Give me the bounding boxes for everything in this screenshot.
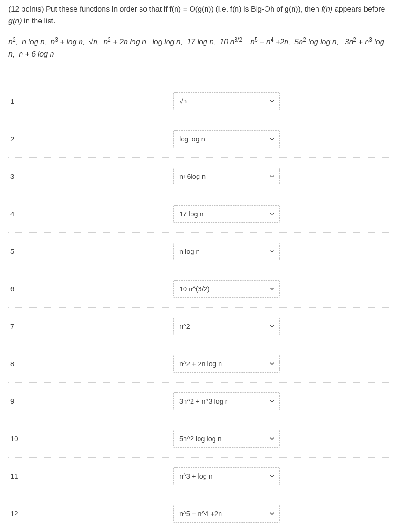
answer-row: 7 n^2 <box>8 307 389 345</box>
answer-row: 10 5n^2 log log n <box>8 420 389 457</box>
chevron-down-icon <box>269 249 275 254</box>
row-number: 11 <box>8 472 173 480</box>
question-prompt: (12 points) Put these functions in order… <box>8 4 389 27</box>
answer-select[interactable]: n^3 + log n <box>173 467 280 485</box>
select-value: 17 log n <box>179 210 204 218</box>
chevron-down-icon <box>269 286 275 292</box>
select-value: log log n <box>179 135 205 143</box>
answer-row: 4 17 log n <box>8 195 389 232</box>
chevron-down-icon <box>269 98 275 104</box>
row-number: 10 <box>8 435 173 443</box>
chevron-down-icon <box>269 399 275 404</box>
question-em1: f(n) <box>321 5 332 13</box>
row-number: 7 <box>8 322 173 330</box>
question-suffix: in the list. <box>22 17 55 25</box>
answer-row: 12 n^5 − n^4 +2n <box>8 495 389 532</box>
answer-row: 1 √n <box>8 82 389 120</box>
answer-row: 9 3n^2 + n^3 log n <box>8 382 389 420</box>
answer-select[interactable]: n^5 − n^4 +2n <box>173 505 280 523</box>
select-value: 5n^2 log log n <box>179 435 221 443</box>
answer-row: 11 n^3 + log n <box>8 457 389 495</box>
chevron-down-icon <box>269 174 275 179</box>
answer-row: 5 n log n <box>8 232 389 270</box>
row-number: 2 <box>8 135 173 143</box>
select-value: n^5 − n^4 +2n <box>179 510 222 517</box>
answer-select[interactable]: n^2 + 2n log n <box>173 355 280 373</box>
select-value: n^2 <box>179 323 190 330</box>
answer-select[interactable]: n log n <box>173 243 280 260</box>
answer-row: 3 n+6log n <box>8 157 389 195</box>
answer-select[interactable]: 5n^2 log log n <box>173 430 280 448</box>
row-number: 8 <box>8 360 173 368</box>
answer-rows: 1 √n 2 log log n 3 n+6log n <box>8 82 389 532</box>
select-value: 3n^2 + n^3 log n <box>179 398 229 405</box>
row-number: 4 <box>8 210 173 218</box>
answer-select[interactable]: n+6log n <box>173 168 280 185</box>
select-value: n^3 + log n <box>179 473 213 480</box>
answer-row: 6 10 n^(3/2) <box>8 270 389 307</box>
question-mid: appears before <box>332 5 385 13</box>
select-value: n log n <box>179 248 200 255</box>
chevron-down-icon <box>269 211 275 217</box>
row-number: 6 <box>8 285 173 293</box>
chevron-down-icon <box>269 324 275 329</box>
functions-list: n2, n log n, n3 + log n, √n, n2 + 2n log… <box>8 36 389 60</box>
row-number: 1 <box>8 97 173 105</box>
chevron-down-icon <box>269 436 275 442</box>
select-value: n+6log n <box>179 173 206 180</box>
row-number: 3 <box>8 172 173 180</box>
question-prefix: (12 points) Put these functions in order… <box>8 5 321 13</box>
answer-select[interactable]: log log n <box>173 130 280 148</box>
select-value: n^2 + 2n log n <box>179 360 222 368</box>
answer-select[interactable]: 17 log n <box>173 205 280 223</box>
answer-select[interactable]: n^2 <box>173 318 280 335</box>
row-number: 9 <box>8 397 173 405</box>
answer-select[interactable]: √n <box>173 92 280 110</box>
question-em2: g(n) <box>8 17 22 25</box>
chevron-down-icon <box>269 361 275 367</box>
select-value: 10 n^(3/2) <box>179 285 210 293</box>
chevron-down-icon <box>269 511 275 517</box>
select-value: √n <box>179 97 187 105</box>
chevron-down-icon <box>269 136 275 142</box>
row-number: 5 <box>8 247 173 255</box>
answer-row: 2 log log n <box>8 120 389 157</box>
chevron-down-icon <box>269 473 275 479</box>
answer-select[interactable]: 3n^2 + n^3 log n <box>173 392 280 410</box>
answer-select[interactable]: 10 n^(3/2) <box>173 280 280 298</box>
answer-row: 8 n^2 + 2n log n <box>8 345 389 382</box>
row-number: 12 <box>8 510 173 517</box>
